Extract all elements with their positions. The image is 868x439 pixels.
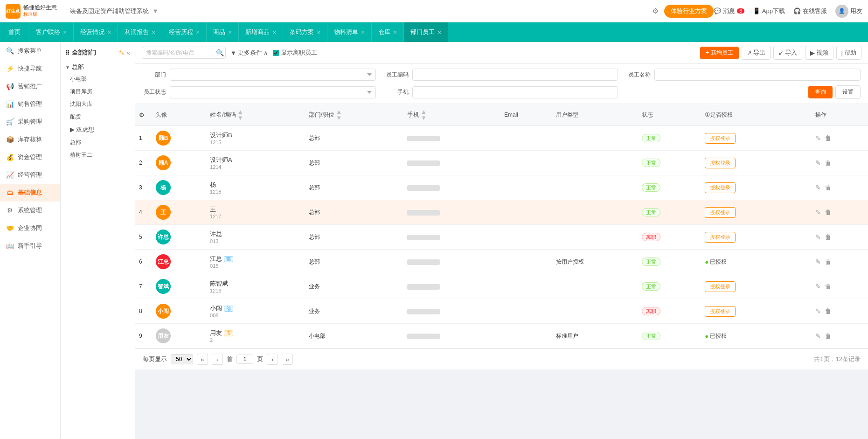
close-icon[interactable]: ✕ [272, 30, 276, 35]
sidebar-item-basic-info[interactable]: 🗂 基础信息 [0, 184, 60, 202]
close-icon[interactable]: ✕ [228, 30, 232, 35]
tab-barcode[interactable]: 条码方案 ✕ [283, 22, 327, 42]
delete-icon[interactable]: 🗑 [825, 184, 831, 191]
tab-home[interactable]: 首页 [0, 22, 29, 42]
page-input[interactable] [236, 355, 253, 364]
delete-icon[interactable]: 🗑 [825, 307, 831, 315]
sidebar-item-inventory[interactable]: 📦 库存核算 [0, 131, 60, 148]
row-auth[interactable]: 授权登录 [701, 225, 793, 250]
sidebar-item-system[interactable]: ⚙ 系统管理 [0, 202, 60, 219]
settings-icon[interactable]: ⚙ [139, 111, 145, 118]
delete-icon[interactable]: 🗑 [825, 134, 831, 142]
sidebar-item-collab[interactable]: 🤝 企业协同 [0, 219, 60, 237]
delete-icon[interactable]: 🗑 [825, 258, 831, 265]
row-auth[interactable]: 授权登录 [701, 299, 793, 324]
delete-icon[interactable]: 🗑 [825, 283, 831, 290]
dept-child-shenyang[interactable]: 沈阳大库 [61, 98, 135, 111]
search-input[interactable] [142, 47, 226, 59]
delete-icon[interactable]: 🗑 [825, 332, 831, 340]
close-icon[interactable]: ✕ [107, 30, 111, 35]
last-page-btn[interactable]: » [282, 354, 293, 365]
sort-arrows3[interactable]: ▲▼ [421, 109, 427, 121]
show-resign-checkbox[interactable] [273, 50, 279, 56]
edit-icon[interactable]: ✎ [815, 134, 821, 142]
phone-input[interactable] [412, 86, 618, 98]
edit-icon[interactable]: ✎ [815, 283, 821, 290]
dept-child-project[interactable]: 项目库房 [61, 85, 135, 98]
edit-icon[interactable]: ✎ [815, 307, 821, 315]
dept-child-zhishu[interactable]: 植树王二 [61, 149, 135, 161]
row-auth[interactable]: ●已授权 [701, 324, 793, 348]
auth-btn[interactable]: 授权登录 [705, 232, 736, 243]
message-btn[interactable]: 💬 消息 6 [714, 7, 744, 15]
dept-child-shuanghu[interactable]: ▶ 双虎想 [61, 123, 135, 136]
close-icon[interactable]: ✕ [152, 30, 155, 35]
tab-bom[interactable]: 物料清单 ✕ [327, 22, 372, 42]
import-btn[interactable]: ↙ 导入 [773, 46, 802, 60]
dropdown-arrow[interactable]: ▼ [153, 7, 159, 14]
search-button[interactable]: 🔍 [216, 49, 224, 56]
row-auth[interactable]: 授权登录 [701, 175, 793, 200]
close-icon[interactable]: ✕ [317, 30, 320, 35]
query-button[interactable]: 查询 [808, 86, 833, 98]
tab-operation[interactable]: 经营情况 ✕ [74, 22, 118, 42]
prev-page-btn[interactable]: ‹ [212, 354, 223, 365]
tab-customer[interactable]: 客户联络 ✕ [29, 22, 74, 42]
auth-btn[interactable]: 授权登录 [705, 207, 736, 218]
dept-child-xiaodian[interactable]: 小电部 [61, 73, 135, 85]
row-auth[interactable]: ●已授权 [701, 250, 793, 274]
first-page-btn[interactable]: « [197, 354, 208, 365]
close-icon[interactable]: ✕ [196, 30, 200, 35]
dept-section-hq-label[interactable]: ▼ 总部 [61, 61, 135, 73]
row-auth[interactable]: 授权登录 [701, 126, 793, 151]
user-btn[interactable]: 👤 用友 [835, 5, 862, 18]
emp-name-input[interactable] [654, 69, 861, 81]
dept-child-zongbu[interactable]: 总部 [61, 136, 135, 149]
sort-arrows[interactable]: ▲▼ [237, 109, 243, 121]
auth-btn[interactable]: 授权登录 [705, 281, 736, 292]
sidebar-item-search[interactable]: 🔍 搜索菜单 [0, 42, 60, 60]
sidebar-item-marketing[interactable]: 📢 营销推广 [0, 77, 60, 95]
delete-icon[interactable]: 🗑 [825, 159, 831, 167]
edit-icon[interactable]: ✎ [815, 233, 821, 241]
sidebar-item-management[interactable]: 📈 经营管理 [0, 166, 60, 184]
sidebar-item-purchase[interactable]: 🛒 采购管理 [0, 113, 60, 131]
emp-status-select[interactable] [170, 86, 376, 98]
per-page-select[interactable]: 50 [171, 354, 193, 364]
auth-btn[interactable]: 授权登录 [705, 306, 736, 317]
dept-collapse-icon[interactable]: « [126, 49, 130, 56]
sort-arrows2[interactable]: ▲▼ [336, 109, 342, 121]
emp-code-input[interactable] [412, 69, 618, 81]
edit-icon[interactable]: ✎ [815, 258, 821, 265]
row-auth[interactable]: 授权登录 [701, 200, 793, 225]
tab-profit[interactable]: 利润报告 ✕ [118, 22, 162, 42]
reset-button[interactable]: 设置 [835, 85, 861, 99]
edit-icon[interactable]: ✎ [815, 332, 821, 340]
show-resign-toggle[interactable]: 显示离职员工 [273, 49, 317, 57]
next-page-btn[interactable]: › [267, 354, 278, 365]
delete-icon[interactable]: 🗑 [825, 209, 831, 216]
auth-btn[interactable]: 授权登录 [705, 133, 736, 144]
tab-goods[interactable]: 商品 ✕ [207, 22, 239, 42]
export-btn[interactable]: ↗ 导出 [742, 46, 771, 60]
dept-child-peihu[interactable]: 配货 [61, 111, 135, 123]
edit-icon[interactable]: ✎ [815, 209, 821, 216]
close-icon[interactable]: ✕ [361, 30, 365, 35]
dept-edit-icon[interactable]: ✎ [119, 49, 125, 56]
tab-warehouse[interactable]: 仓库 ✕ [372, 22, 404, 42]
dept-select[interactable] [170, 69, 376, 81]
sidebar-item-shortcut[interactable]: ⚡ 快捷导航 [0, 60, 60, 77]
close-icon[interactable]: ✕ [393, 30, 397, 35]
edit-icon[interactable]: ✎ [815, 159, 821, 167]
auth-btn[interactable]: 授权登录 [705, 182, 736, 193]
delete-icon[interactable]: 🗑 [825, 233, 831, 241]
gear-icon[interactable]: ⚙ [652, 7, 659, 15]
sidebar-item-sales[interactable]: 📊 销售管理 [0, 95, 60, 113]
close-icon[interactable]: ✕ [437, 30, 441, 35]
auth-btn[interactable]: 授权登录 [705, 158, 736, 168]
tab-dept-staff[interactable]: 部门员工 ✕ [404, 22, 448, 42]
edit-icon[interactable]: ✎ [815, 184, 821, 191]
dept-all-label[interactable]: ⠿ 全部部门 [65, 49, 96, 57]
sidebar-item-finance[interactable]: 💰 资金管理 [0, 148, 60, 166]
row-auth[interactable]: 授权登录 [701, 151, 793, 175]
